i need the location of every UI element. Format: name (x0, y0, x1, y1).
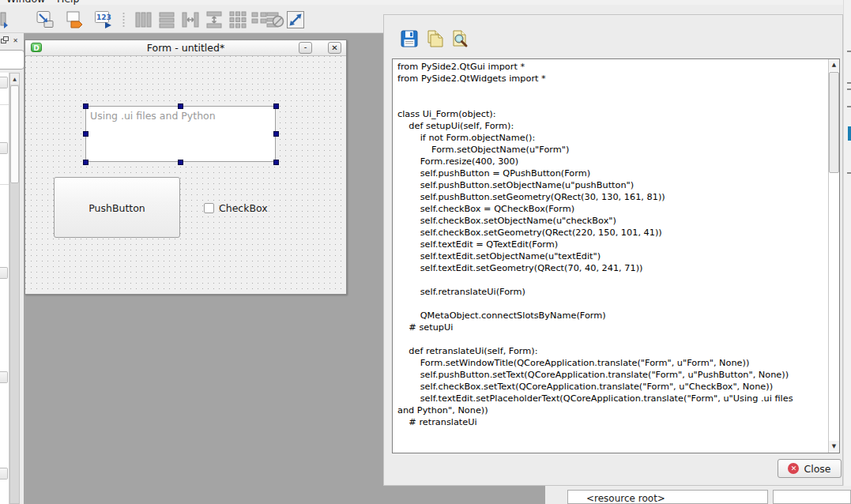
edit-signals-slots-icon[interactable] (35, 9, 55, 30)
resource-list-panel[interactable] (773, 490, 851, 504)
layout-horizontal-icon[interactable] (133, 9, 153, 30)
edge-tick (847, 82, 851, 84)
scrollbar-thumb[interactable] (829, 72, 839, 173)
save-icon[interactable] (400, 29, 419, 48)
code-view[interactable]: from PySide2.QtGui import * from PySide2… (392, 58, 840, 453)
selection-handle[interactable] (178, 160, 183, 165)
resource-tree-panel[interactable]: <resource root> (567, 490, 768, 504)
selection-handle[interactable] (83, 131, 88, 137)
edge-tick (847, 172, 851, 174)
widget-category-row[interactable] (0, 371, 8, 383)
edge-highlight (848, 126, 851, 141)
scroll-up-icon[interactable]: ▲ (10, 73, 19, 85)
dialog-close-button[interactable]: ✕ Close (778, 459, 842, 478)
form-editor-window: D Form - untitled* - ✕ Using .ui files a… (24, 39, 347, 295)
selection-handle[interactable] (83, 103, 88, 109)
close-x-icon: ✕ (788, 463, 799, 474)
minimize-button[interactable]: - (299, 42, 312, 54)
selection-handle[interactable] (178, 103, 183, 109)
selection-handle[interactable] (273, 131, 279, 137)
form-canvas[interactable]: Using .ui files and Python PushButton Ch… (25, 56, 346, 294)
selection-handle[interactable] (273, 160, 279, 165)
copy-icon[interactable] (425, 29, 444, 48)
edge-tick (847, 106, 851, 107)
widget-category-row[interactable] (0, 142, 8, 154)
close-icon[interactable]: ✕ (11, 36, 20, 46)
list-separator (0, 104, 9, 105)
widget-category-row[interactable] (0, 77, 8, 88)
layout-grid-icon[interactable] (228, 9, 248, 30)
find-icon[interactable] (450, 29, 469, 48)
list-separator (0, 184, 9, 185)
layout-vertical-icon[interactable] (156, 9, 177, 30)
svg-text:123: 123 (96, 13, 111, 21)
form-window-titlebar[interactable]: D Form - untitled* - ✕ (25, 40, 346, 56)
checkbox-label: CheckBox (219, 203, 268, 213)
edit-buddies-icon[interactable] (65, 9, 85, 30)
right-panel-edge (843, 0, 851, 486)
pushbutton-label: PushButton (55, 202, 179, 214)
adjust-size-icon[interactable] (285, 9, 306, 30)
selection-handle[interactable] (273, 103, 279, 109)
layout-horizontal-splitter-icon[interactable] (180, 9, 201, 30)
edge-tick (847, 88, 851, 90)
float-icon[interactable] (1, 36, 9, 46)
widget-filter-input[interactable] (0, 50, 24, 70)
code-scrollbar[interactable]: ▲ ▼ (828, 59, 839, 453)
break-layout-icon[interactable] (265, 9, 285, 30)
edit-tab-order-icon[interactable]: 123 (93, 9, 114, 30)
edit-widgets-icon[interactable] (0, 9, 9, 30)
resource-root-item[interactable]: <resource root> (586, 493, 665, 504)
scrollbar-thumb[interactable] (10, 85, 19, 183)
scroll-down-icon[interactable]: ▼ (829, 441, 839, 453)
widget-box-scrollbar[interactable]: ▲ (9, 73, 20, 504)
widget-category-row[interactable] (0, 267, 8, 279)
close-button-label: Close (804, 463, 830, 475)
view-code-dialog: from PySide2.QtGui import * from PySide2… (383, 14, 843, 486)
generated-code-text[interactable]: from PySide2.QtGui import * from PySide2… (393, 59, 828, 453)
checkbox-box[interactable] (204, 203, 214, 213)
resource-browser-dock: <resource root> (545, 486, 851, 504)
qt-designer-screen: Window Help 123 (0, 0, 851, 504)
toolbar-separator (122, 12, 125, 28)
selection-handle[interactable] (83, 160, 88, 165)
scroll-up-icon[interactable]: ▲ (829, 59, 839, 71)
edge-tick (847, 51, 851, 52)
layout-vertical-splitter-icon[interactable] (204, 9, 224, 30)
widget-box-dock: ✕ ▲ (0, 33, 24, 504)
widget-box-list[interactable] (0, 73, 9, 504)
pushbutton-widget[interactable]: PushButton (54, 177, 180, 238)
widget-category-row[interactable] (0, 468, 8, 480)
textedit-placeholder: Using .ui files and Python (90, 110, 216, 122)
textedit-widget[interactable]: Using .ui files and Python (85, 106, 276, 162)
close-button[interactable]: ✕ (328, 42, 341, 54)
